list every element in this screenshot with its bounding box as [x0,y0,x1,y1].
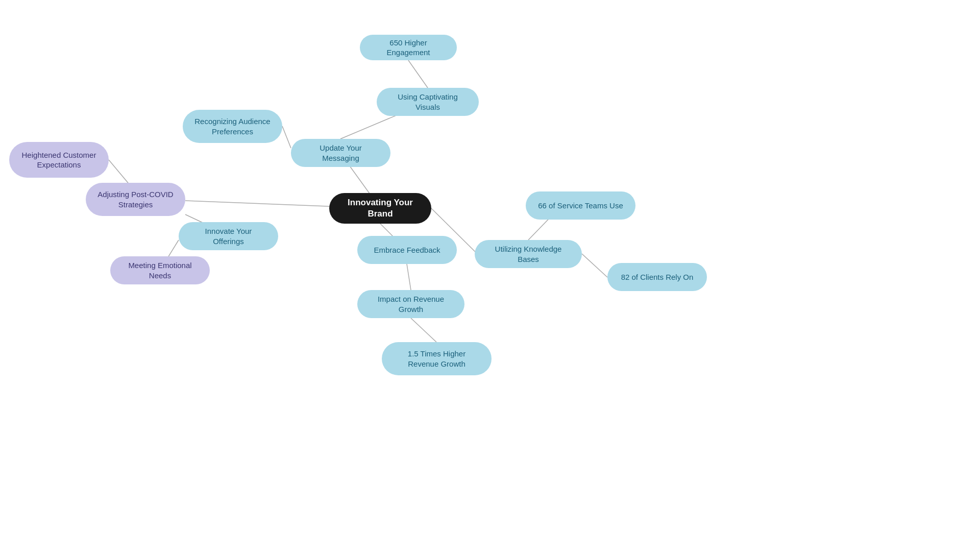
recognizing-audience-label: Recognizing Audience Preferences [193,116,272,136]
heightened-expectations-node[interactable]: Heightened Customer Expectations [9,142,109,178]
higher-revenue-label: 1.5 Times Higher Revenue Growth [392,349,481,369]
embrace-feedback-node[interactable]: Embrace Feedback [357,236,457,264]
svg-line-9 [407,264,411,290]
utilizing-knowledge-label: Utilizing Knowledge Bases [485,244,572,264]
heightened-expectations-label: Heightened Customer Expectations [19,150,99,170]
adjusting-strategies-label: Adjusting Post-COVID Strategies [96,189,175,209]
center-label: Innovating Your Brand [339,197,421,220]
service-teams-node[interactable]: 66 of Service Teams Use [526,191,635,220]
meeting-emotional-label: Meeting Emotional Needs [120,260,200,280]
embrace-feedback-label: Embrace Feedback [374,245,440,255]
recognizing-audience-node[interactable]: Recognizing Audience Preferences [183,110,282,143]
svg-line-13 [582,254,607,277]
higher-engagement-label: 650 Higher Engagement [370,38,447,58]
clients-rely-on-label: 82 of Clients Rely On [621,272,694,282]
svg-line-3 [282,126,291,148]
center-node[interactable]: Innovating Your Brand [329,193,431,224]
impact-revenue-label: Impact on Revenue Growth [368,294,454,314]
captivating-visuals-label: Using Captivating Visuals [387,92,469,112]
innovate-offerings-node[interactable]: Innovate Your Offerings [179,222,278,250]
svg-line-2 [408,60,428,88]
update-messaging-node[interactable]: Update Your Messaging [291,139,390,167]
service-teams-label: 66 of Service Teams Use [538,201,623,211]
utilizing-knowledge-node[interactable]: Utilizing Knowledge Bases [475,240,582,268]
captivating-visuals-node[interactable]: Using Captivating Visuals [377,88,479,116]
higher-revenue-node[interactable]: 1.5 Times Higher Revenue Growth [382,342,492,375]
clients-rely-on-node[interactable]: 82 of Clients Rely On [607,263,707,291]
svg-line-10 [411,318,436,342]
higher-engagement-node[interactable]: 650 Higher Engagement [360,35,457,60]
adjusting-strategies-node[interactable]: Adjusting Post-COVID Strategies [86,183,185,216]
impact-revenue-node[interactable]: Impact on Revenue Growth [357,290,464,318]
innovate-offerings-label: Innovate Your Offerings [189,226,268,246]
update-messaging-label: Update Your Messaging [301,143,380,163]
meeting-emotional-node[interactable]: Meeting Emotional Needs [110,256,210,284]
